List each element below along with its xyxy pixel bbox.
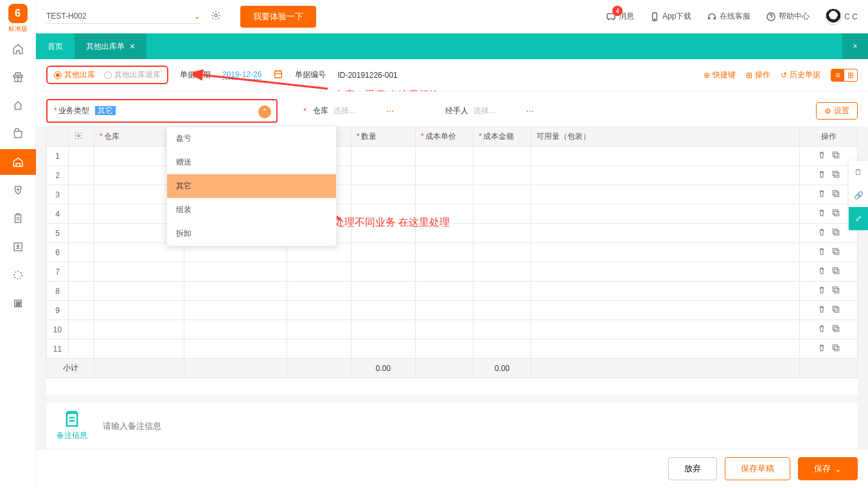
nav-new-icon[interactable]: 新 bbox=[0, 291, 36, 316]
top-bar: TEST-H002 ⌄ 我要体验一下 消息 4 App下载 在线客服 帮助中心 bbox=[36, 0, 868, 33]
view-toggle[interactable]: ≡ ⊞ bbox=[831, 69, 858, 82]
more-icon[interactable]: ⋯ bbox=[526, 107, 534, 116]
avatar bbox=[825, 8, 842, 25]
save-draft-button[interactable]: 保存草稿 bbox=[725, 457, 790, 480]
close-icon[interactable]: × bbox=[130, 41, 135, 51]
dropdown-option[interactable]: 赠送 bbox=[167, 150, 336, 174]
remark-input[interactable] bbox=[103, 421, 847, 431]
dropdown-option[interactable]: 盘亏 bbox=[167, 127, 336, 150]
table-row[interactable]: 11 bbox=[47, 339, 858, 359]
row-ops[interactable] bbox=[800, 262, 858, 282]
settings-button[interactable]: ⚙ 设置 bbox=[816, 102, 858, 120]
list-view-icon[interactable]: ≡ bbox=[831, 69, 844, 81]
messages-link[interactable]: 消息 4 bbox=[606, 11, 634, 22]
nav-warehouse-icon[interactable] bbox=[0, 149, 36, 175]
nav-gift-icon[interactable] bbox=[0, 64, 36, 90]
svg-point-11 bbox=[654, 19, 655, 19]
doc-no-value: ID-20191226-001 bbox=[337, 71, 397, 80]
radio-outbound-return[interactable]: 其他出库退库 bbox=[104, 69, 161, 80]
svg-rect-26 bbox=[834, 231, 838, 235]
business-type-field[interactable]: *业务类型 其它 ⌃ 盘亏 赠送 其它 组装 拆卸 bbox=[46, 99, 278, 123]
annotation-text-2: 处理不同业务 在这里处理 bbox=[334, 216, 450, 230]
chevron-up-icon[interactable]: ⌃ bbox=[258, 105, 271, 118]
gear-icon[interactable] bbox=[211, 10, 221, 23]
operate-link[interactable]: ⊞操作 bbox=[746, 69, 770, 80]
row-ops[interactable] bbox=[800, 282, 858, 301]
radio-outbound[interactable]: 其他出库 bbox=[54, 69, 95, 80]
tab-other-outbound[interactable]: 其他出库单 × bbox=[75, 33, 146, 59]
nav-user-icon[interactable] bbox=[0, 234, 36, 260]
business-type-value: 其它 bbox=[95, 106, 116, 115]
tenant-selector[interactable]: TEST-H002 ⌄ bbox=[46, 9, 200, 24]
svg-rect-13 bbox=[275, 71, 282, 78]
user-menu[interactable]: C C bbox=[825, 8, 858, 25]
tab-home[interactable]: 首页 bbox=[36, 33, 75, 59]
nav-up-icon[interactable] bbox=[0, 93, 36, 118]
column-settings-icon[interactable] bbox=[69, 127, 94, 147]
business-type-dropdown: 盘亏 赠送 其它 组装 拆卸 bbox=[166, 126, 337, 246]
remark-icon: 备注信息 bbox=[57, 410, 87, 441]
date-label: 单据日期 bbox=[180, 69, 211, 80]
table-row[interactable]: 8 bbox=[47, 282, 858, 301]
history-link[interactable]: ↺历史单据 bbox=[781, 69, 820, 80]
dropdown-option[interactable]: 组装 bbox=[167, 198, 336, 222]
message-count-badge: 4 bbox=[612, 6, 623, 16]
handler-field[interactable]: 经手人 选择... ⋯ bbox=[445, 105, 534, 116]
shortcut-link[interactable]: ⊕快捷键 bbox=[704, 69, 736, 80]
row-ops[interactable] bbox=[800, 339, 858, 359]
dropdown-option-selected[interactable]: 其它 bbox=[167, 174, 336, 198]
svg-rect-33 bbox=[833, 306, 837, 311]
outbound-type-radio-group: 其他出库 其他出库退库 bbox=[46, 66, 168, 84]
dropdown-option[interactable]: 拆卸 bbox=[167, 222, 336, 246]
app-download-link[interactable]: App下载 bbox=[650, 11, 691, 22]
help-center-link[interactable]: 帮助中心 bbox=[766, 11, 810, 22]
chevron-down-icon: ⌄ bbox=[835, 464, 842, 474]
svg-rect-28 bbox=[834, 250, 838, 255]
svg-point-4 bbox=[17, 245, 19, 247]
svg-rect-38 bbox=[834, 347, 838, 351]
nav-home-icon[interactable] bbox=[0, 36, 36, 62]
left-nav-rail: 6 标准版 新 bbox=[0, 0, 36, 488]
svg-rect-2 bbox=[15, 215, 21, 222]
nav-clipboard-icon[interactable] bbox=[0, 206, 36, 231]
trial-button[interactable]: 我要体验一下 bbox=[240, 6, 316, 28]
grid-view-icon[interactable]: ⊞ bbox=[844, 69, 857, 81]
online-support-link[interactable]: 在线客服 bbox=[707, 11, 750, 22]
table-row[interactable]: 10 bbox=[47, 320, 858, 339]
warehouse-field[interactable]: *仓库 选择... ⋯ bbox=[303, 105, 394, 116]
table-row[interactable]: 9 bbox=[47, 301, 858, 320]
app-logo: 6 bbox=[8, 4, 28, 23]
svg-rect-36 bbox=[834, 327, 838, 332]
note-icon[interactable]: 🗒 bbox=[849, 161, 868, 184]
form-row: *业务类型 其它 ⌃ 盘亏 赠送 其它 组装 拆卸 *仓库 选择... ⋯ 经手… bbox=[36, 91, 868, 127]
svg-rect-31 bbox=[833, 287, 837, 291]
discard-button[interactable]: 放弃 bbox=[668, 457, 717, 480]
svg-rect-18 bbox=[834, 154, 838, 158]
nav-cart-icon[interactable] bbox=[0, 121, 36, 147]
row-ops[interactable] bbox=[800, 320, 858, 339]
calendar-icon[interactable] bbox=[273, 69, 283, 81]
chevron-down-icon: ⌄ bbox=[194, 12, 200, 21]
svg-rect-30 bbox=[834, 269, 838, 274]
row-ops[interactable] bbox=[800, 243, 858, 262]
close-all-tabs[interactable]: × bbox=[842, 33, 868, 59]
svg-point-16 bbox=[77, 134, 80, 137]
date-value[interactable]: 2019-12-26 bbox=[222, 70, 261, 80]
nav-money-icon[interactable] bbox=[0, 177, 36, 203]
svg-rect-21 bbox=[833, 190, 837, 195]
document-toolbar: 其他出库 其他出库退库 单据日期 2019-12-26 单据编号 ID-2019… bbox=[36, 59, 868, 91]
edition-badge: 标准版 bbox=[8, 24, 28, 33]
more-icon[interactable]: ⋯ bbox=[386, 107, 394, 116]
row-ops[interactable] bbox=[800, 301, 858, 320]
table-row[interactable]: 7 bbox=[47, 262, 858, 282]
svg-rect-29 bbox=[833, 267, 837, 272]
svg-rect-35 bbox=[833, 325, 837, 330]
save-button[interactable]: 保存⌄ bbox=[798, 457, 858, 480]
svg-rect-20 bbox=[834, 173, 838, 177]
expand-icon[interactable]: ⤢ bbox=[849, 207, 868, 230]
svg-rect-22 bbox=[834, 192, 838, 197]
svg-rect-39 bbox=[67, 413, 77, 426]
svg-rect-32 bbox=[834, 289, 838, 293]
nav-sync-icon[interactable] bbox=[0, 262, 36, 288]
link-icon[interactable]: 🔗 bbox=[849, 184, 868, 207]
